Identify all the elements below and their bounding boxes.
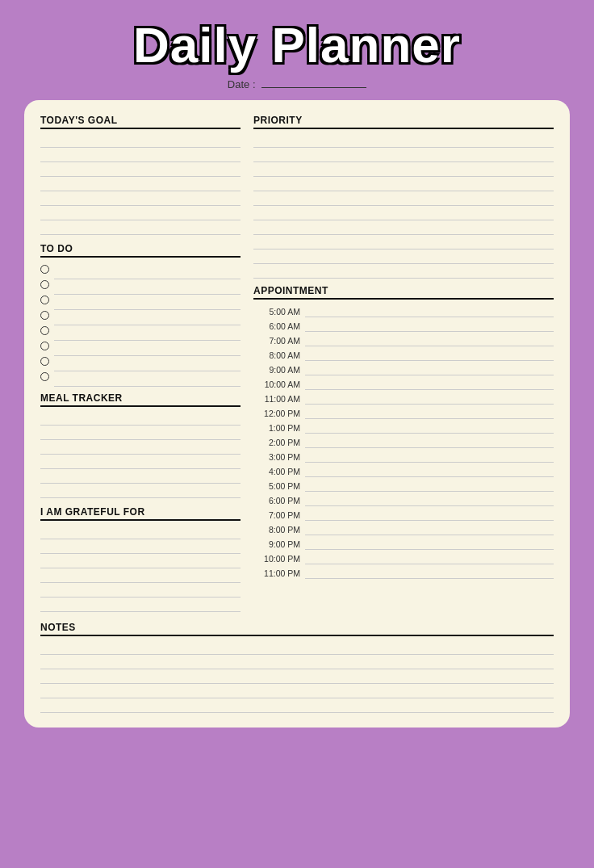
appt-write-8[interactable] <box>305 405 554 419</box>
meal-tracker-lines <box>40 411 241 498</box>
appt-write-10[interactable] <box>305 434 554 448</box>
appt-row-6: 10:00 AM <box>253 376 554 390</box>
appt-write-1[interactable] <box>305 304 554 317</box>
todo-checkbox-3[interactable] <box>40 296 49 304</box>
meal-line-6[interactable] <box>40 484 241 498</box>
date-line: Date : <box>228 78 366 90</box>
appt-write-7[interactable] <box>305 391 554 405</box>
appt-row-13: 5:00 PM <box>253 478 554 492</box>
appt-write-6[interactable] <box>305 376 554 390</box>
appt-write-14[interactable] <box>305 493 554 506</box>
appt-row-15: 7:00 PM <box>253 507 554 521</box>
todo-write-8[interactable] <box>54 372 241 387</box>
priority-line-4[interactable] <box>253 177 554 191</box>
notes-lines <box>40 640 554 713</box>
planner-card: TODAY'S GOAL TO DO <box>24 100 570 728</box>
appt-write-15[interactable] <box>305 507 554 521</box>
todays-goal-section: TODAY'S GOAL <box>40 115 241 235</box>
appt-write-16[interactable] <box>305 522 554 535</box>
meal-tracker-section: MEAL TRACKER <box>40 392 241 498</box>
todays-goal-lines <box>40 133 241 235</box>
priority-line-7[interactable] <box>253 220 554 235</box>
goal-line-6[interactable] <box>40 206 241 220</box>
appt-row-17: 9:00 PM <box>253 536 554 550</box>
appt-write-13[interactable] <box>305 478 554 492</box>
todo-item-5 <box>40 323 241 338</box>
todo-checkbox-1[interactable] <box>40 265 49 274</box>
goal-line-7[interactable] <box>40 220 241 235</box>
appt-write-12[interactable] <box>305 463 554 477</box>
todo-checkbox-4[interactable] <box>40 311 49 320</box>
appt-time-3: 7:00 AM <box>253 336 300 346</box>
appt-row-10: 2:00 PM <box>253 434 554 448</box>
priority-line-9[interactable] <box>253 249 554 264</box>
meal-line-1[interactable] <box>40 411 241 426</box>
todo-item-7 <box>40 354 241 368</box>
date-input[interactable] <box>261 87 366 88</box>
grateful-line-5[interactable] <box>40 583 241 598</box>
appt-time-6: 10:00 AM <box>253 379 300 390</box>
appt-row-8: 12:00 PM <box>253 405 554 419</box>
goal-line-4[interactable] <box>40 177 241 191</box>
appt-row-5: 9:00 AM <box>253 362 554 375</box>
appt-write-17[interactable] <box>305 536 554 550</box>
notes-line-5[interactable] <box>40 698 554 713</box>
appt-row-11: 3:00 PM <box>253 449 554 463</box>
appt-write-11[interactable] <box>305 449 554 463</box>
appt-time-13: 5:00 PM <box>253 481 300 492</box>
priority-line-10[interactable] <box>253 264 554 279</box>
notes-line-1[interactable] <box>40 640 554 655</box>
todo-item-6 <box>40 338 241 353</box>
appt-write-2[interactable] <box>305 318 554 332</box>
priority-line-5[interactable] <box>253 191 554 206</box>
priority-lines <box>253 133 554 279</box>
goal-line-5[interactable] <box>40 191 241 206</box>
meal-line-4[interactable] <box>40 455 241 469</box>
todo-checkbox-7[interactable] <box>40 357 49 366</box>
priority-line-8[interactable] <box>253 235 554 249</box>
grateful-line-4[interactable] <box>40 568 241 583</box>
appt-write-5[interactable] <box>305 362 554 375</box>
todo-checkbox-6[interactable] <box>40 342 49 350</box>
appt-write-18[interactable] <box>305 551 554 564</box>
grateful-line-1[interactable] <box>40 525 241 539</box>
goal-line-2[interactable] <box>40 148 241 162</box>
priority-line-1[interactable] <box>253 133 554 148</box>
todo-checkbox-2[interactable] <box>40 280 49 289</box>
appt-write-3[interactable] <box>305 333 554 346</box>
appointment-rows: 5:00 AM6:00 AM7:00 AM8:00 AM9:00 AM10:00… <box>253 304 554 580</box>
notes-title: NOTES <box>40 622 554 636</box>
appt-row-4: 8:00 AM <box>253 347 554 361</box>
left-column: TODAY'S GOAL TO DO <box>40 115 241 612</box>
grateful-lines <box>40 525 241 612</box>
goal-line-1[interactable] <box>40 133 241 148</box>
grateful-line-3[interactable] <box>40 554 241 568</box>
todo-checkbox-5[interactable] <box>40 326 49 335</box>
appt-row-12: 4:00 PM <box>253 463 554 477</box>
todo-section: TO DO <box>40 243 241 384</box>
grateful-title: I AM GRATEFUL FOR <box>40 506 241 521</box>
page-title: Daily Planner <box>133 16 461 73</box>
appt-time-9: 1:00 PM <box>253 423 300 434</box>
appt-time-2: 6:00 AM <box>253 321 300 332</box>
appt-time-18: 10:00 PM <box>253 554 300 564</box>
priority-line-3[interactable] <box>253 162 554 177</box>
grateful-line-6[interactable] <box>40 598 241 612</box>
todo-item-8 <box>40 369 241 384</box>
meal-line-3[interactable] <box>40 440 241 455</box>
notes-line-3[interactable] <box>40 669 554 684</box>
goal-line-3[interactable] <box>40 162 241 177</box>
appt-row-9: 1:00 PM <box>253 420 554 434</box>
meal-line-2[interactable] <box>40 426 241 440</box>
appt-write-9[interactable] <box>305 420 554 434</box>
notes-line-2[interactable] <box>40 655 554 669</box>
appt-write-19[interactable] <box>305 565 554 579</box>
priority-line-6[interactable] <box>253 206 554 220</box>
grateful-line-2[interactable] <box>40 539 241 554</box>
priority-section: PRIORITY <box>253 115 554 279</box>
notes-line-4[interactable] <box>40 684 554 698</box>
appt-write-4[interactable] <box>305 347 554 361</box>
priority-line-2[interactable] <box>253 148 554 162</box>
todo-checkbox-8[interactable] <box>40 372 49 381</box>
meal-line-5[interactable] <box>40 469 241 484</box>
